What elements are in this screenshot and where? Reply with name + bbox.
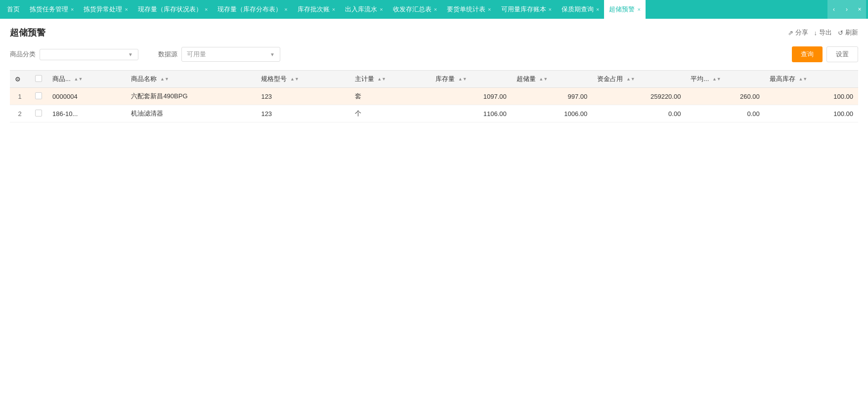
row-checkbox[interactable] <box>35 110 42 117</box>
th-avg[interactable]: 平均... ▲▼ <box>686 71 764 88</box>
sort-icon: ▲▼ <box>626 77 635 81</box>
th-max-stock[interactable]: 最高库存 ▲▼ <box>765 71 858 88</box>
datasource-label: 数据源 <box>158 50 177 59</box>
close-icon[interactable]: × <box>596 6 599 12</box>
cell-unit: 套 <box>350 88 431 105</box>
row-checkbox-cell <box>30 105 47 122</box>
nav-prev-button[interactable]: ‹ <box>827 0 840 19</box>
th-checkbox[interactable] <box>30 71 47 88</box>
gear-icon[interactable]: ⚙ <box>15 76 21 83</box>
nav-exception-processing[interactable]: 拣货异常处理 × <box>79 0 132 19</box>
close-icon[interactable]: × <box>380 6 383 12</box>
export-icon: ↓ <box>814 29 818 37</box>
cell-product-code: 0000004 <box>47 88 126 105</box>
page-header: 超储预警 ⇗ 分享 ↓ 导出 ↺ 刷新 <box>10 27 858 39</box>
th-stock[interactable]: 库存量 ▲▼ <box>431 71 512 88</box>
page-content: 超储预警 ⇗ 分享 ↓ 导出 ↺ 刷新 商品分类 ▼ 数据源 <box>0 19 868 130</box>
cell-capital: 259220.00 <box>592 88 686 105</box>
nav-close-all-button[interactable]: × <box>853 0 866 19</box>
cell-max-stock: 100.00 <box>765 88 858 105</box>
cell-product-name: 机油滤清器 <box>126 105 256 122</box>
table-row: 1 0000004 六配套新昌490BPG 123 套 1097.00 997.… <box>10 88 858 105</box>
chevron-down-icon: ▼ <box>128 52 133 57</box>
sort-icon: ▲▼ <box>798 77 807 81</box>
sort-icon: ▲▼ <box>539 77 548 81</box>
query-button[interactable]: 查询 <box>792 46 823 62</box>
nav-overstock-warning[interactable]: 超储预警 × <box>604 0 645 19</box>
close-icon[interactable]: × <box>71 6 74 12</box>
cell-unit: 个 <box>350 105 431 122</box>
datasource-select-value: 可用量 <box>187 50 206 59</box>
th-overstock[interactable]: 超储量 ▲▼ <box>512 71 593 88</box>
nav-home[interactable]: 首页 <box>2 0 25 19</box>
header-actions: ⇗ 分享 ↓ 导出 ↺ 刷新 <box>788 28 859 37</box>
datasource-filter: 数据源 可用量 ▼ <box>158 47 280 62</box>
sort-icon: ▲▼ <box>377 77 386 81</box>
refresh-button[interactable]: ↺ 刷新 <box>838 28 858 37</box>
cell-overstock: 997.00 <box>512 88 593 105</box>
select-all-checkbox[interactable] <box>35 75 42 82</box>
nav-available-account[interactable]: 可用量库存账本 × <box>496 0 557 19</box>
nav-order-stats[interactable]: 要货单统计表 × <box>442 0 496 19</box>
share-button[interactable]: ⇗ 分享 <box>788 28 808 37</box>
row-index: 1 <box>10 88 30 105</box>
close-icon[interactable]: × <box>332 6 335 12</box>
category-select[interactable]: ▼ <box>40 49 138 60</box>
nav-batch-account[interactable]: 库存批次账 × <box>293 0 340 19</box>
cell-max-stock: 100.00 <box>765 105 858 122</box>
cell-spec: 123 <box>256 105 349 122</box>
share-icon: ⇗ <box>788 29 793 37</box>
sort-icon: ▲▼ <box>458 77 467 81</box>
table-row: 2 186-10... 机油滤清器 123 个 1106.00 1006.00 … <box>10 105 858 122</box>
data-table: ⚙ 商品... ▲▼ 商品名称 ▲▼ 规格型号 ▲▼ 主计 <box>10 70 858 122</box>
settings-button[interactable]: 设置 <box>826 46 858 62</box>
close-icon[interactable]: × <box>488 6 491 12</box>
export-button[interactable]: ↓ 导出 <box>814 28 832 37</box>
nav-task-management[interactable]: 拣货任务管理 × <box>25 0 79 19</box>
close-icon[interactable]: × <box>125 6 128 12</box>
category-label: 商品分类 <box>10 50 36 59</box>
nav-inventory-status[interactable]: 现存量（库存状况表） × <box>133 0 213 19</box>
nav-arrow-group: ‹ › × <box>827 0 866 19</box>
cell-stock: 1097.00 <box>431 88 512 105</box>
table-header-row: ⚙ 商品... ▲▼ 商品名称 ▲▼ 规格型号 ▲▼ 主计 <box>10 71 858 88</box>
close-icon[interactable]: × <box>284 6 287 12</box>
category-filter: 商品分类 ▼ <box>10 49 138 60</box>
th-unit[interactable]: 主计量 ▲▼ <box>350 71 431 88</box>
cell-spec: 123 <box>256 88 349 105</box>
cell-product-code: 186-10... <box>47 105 126 122</box>
top-navigation: 首页 拣货任务管理 × 拣货异常处理 × 现存量（库存状况表） × 现存量（库存… <box>0 0 868 19</box>
right-actions: 查询 设置 <box>792 46 858 62</box>
nav-inventory-distribution[interactable]: 现存量（库存分布表） × <box>213 0 292 19</box>
sort-icon: ▲▼ <box>712 77 721 81</box>
filter-row: 商品分类 ▼ 数据源 可用量 ▼ 查询 设置 <box>10 46 858 62</box>
close-icon[interactable]: × <box>637 6 640 12</box>
nav-inout-flow[interactable]: 出入库流水 × <box>340 0 388 19</box>
th-spec[interactable]: 规格型号 ▲▼ <box>256 71 349 88</box>
nav-next-button[interactable]: › <box>840 0 853 19</box>
cell-avg: 0.00 <box>686 105 764 122</box>
cell-product-name: 六配套新昌490BPG <box>126 88 256 105</box>
th-capital[interactable]: 资金占用 ▲▼ <box>592 71 686 88</box>
th-product-code[interactable]: 商品... ▲▼ <box>47 71 126 88</box>
th-settings[interactable]: ⚙ <box>10 71 30 88</box>
row-index: 2 <box>10 105 30 122</box>
row-checkbox-cell <box>30 88 47 105</box>
cell-capital: 0.00 <box>592 105 686 122</box>
close-icon[interactable]: × <box>205 6 208 12</box>
cell-overstock: 1006.00 <box>512 105 593 122</box>
sort-icon: ▲▼ <box>74 77 83 81</box>
nav-summary-table[interactable]: 收发存汇总表 × <box>388 0 442 19</box>
cell-stock: 1106.00 <box>431 105 512 122</box>
sort-icon: ▲▼ <box>160 77 169 81</box>
th-product-name[interactable]: 商品名称 ▲▼ <box>126 71 256 88</box>
close-icon[interactable]: × <box>434 6 437 12</box>
datasource-select[interactable]: 可用量 ▼ <box>181 47 280 62</box>
row-checkbox[interactable] <box>35 92 42 99</box>
page-title: 超储预警 <box>10 27 45 39</box>
nav-quality-query[interactable]: 保质期查询 × <box>557 0 604 19</box>
cell-avg: 260.00 <box>686 88 764 105</box>
chevron-down-icon: ▼ <box>270 52 275 57</box>
close-icon[interactable]: × <box>549 6 552 12</box>
sort-icon: ▲▼ <box>290 77 299 81</box>
